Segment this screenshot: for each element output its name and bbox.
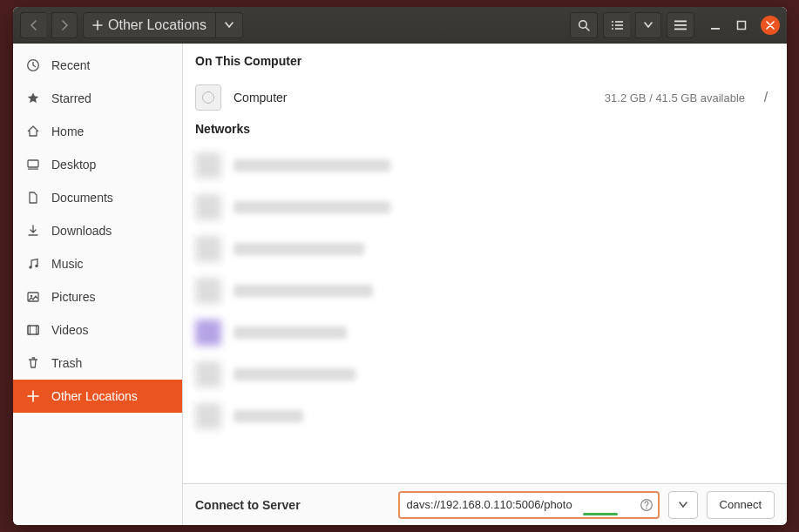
server-icon	[195, 152, 221, 178]
search-button[interactable]	[570, 12, 598, 38]
svg-point-18	[30, 295, 32, 297]
network-row[interactable]	[183, 228, 787, 270]
help-button[interactable]	[635, 498, 658, 512]
search-icon	[578, 19, 590, 31]
svg-rect-19	[28, 326, 38, 334]
connect-button-label: Connect	[720, 498, 762, 511]
sidebar-item-desktop[interactable]: Desktop	[13, 148, 182, 181]
svg-point-15	[29, 266, 31, 268]
server-icon	[195, 194, 221, 220]
star-icon	[25, 91, 41, 106]
path-label: Other Locations	[108, 17, 207, 33]
chevron-right-icon	[60, 20, 69, 30]
network-row-label-redacted	[234, 410, 303, 422]
forward-button[interactable]	[51, 12, 78, 38]
sidebar-item-recent[interactable]: Recent	[13, 49, 182, 82]
network-row-label-redacted	[234, 368, 355, 380]
svg-rect-20	[28, 326, 30, 334]
path-bar[interactable]: Other Locations	[83, 12, 243, 38]
svg-point-5	[612, 28, 613, 30]
server-icon	[195, 278, 221, 304]
document-icon	[25, 190, 41, 205]
back-button[interactable]	[20, 12, 46, 38]
sidebar-item-label: Other Locations	[51, 389, 138, 403]
maximize-icon	[736, 20, 747, 30]
svg-point-16	[35, 265, 37, 267]
file-manager-window: Other Locations	[13, 7, 787, 525]
sidebar-item-other-locations[interactable]: Other Locations	[13, 380, 182, 413]
close-icon	[766, 21, 775, 30]
sidebar-item-label: Videos	[51, 323, 89, 337]
connect-button[interactable]: Connect	[707, 491, 775, 519]
svg-point-1	[612, 21, 613, 23]
row-computer[interactable]: Computer 31.2 GB / 41.5 GB available /	[183, 77, 787, 118]
server-address-field	[398, 491, 660, 519]
svg-rect-4	[615, 24, 623, 26]
row-label: Computer	[234, 91, 592, 104]
sidebar-item-label: Desktop	[51, 158, 96, 172]
list-icon	[611, 20, 623, 30]
sidebar-item-starred[interactable]: Starred	[13, 82, 182, 115]
network-row[interactable]	[183, 145, 787, 186]
home-icon	[25, 124, 41, 139]
network-row[interactable]	[183, 186, 787, 228]
connect-to-server-bar: Connect to Server Connect	[183, 483, 787, 525]
server-icon	[195, 403, 221, 429]
chevron-left-icon	[30, 20, 38, 30]
clock-icon	[25, 57, 41, 73]
server-icon	[195, 320, 221, 346]
caret-down-icon	[679, 502, 687, 508]
sidebar-item-home[interactable]: Home	[13, 115, 182, 148]
plus-icon	[92, 20, 103, 30]
sidebar-item-videos[interactable]: Videos	[13, 313, 182, 347]
svg-rect-7	[674, 20, 687, 22]
section-title-networks: Networks	[183, 118, 787, 145]
minimize-button[interactable]	[708, 18, 722, 32]
network-row[interactable]	[183, 270, 787, 312]
hamburger-menu-button[interactable]	[667, 12, 694, 38]
sidebar-item-downloads[interactable]: Downloads	[13, 214, 182, 247]
sidebar-item-label: Pictures	[51, 290, 96, 304]
close-button[interactable]	[761, 16, 780, 35]
sidebar-item-trash[interactable]: Trash	[13, 347, 182, 380]
network-row[interactable]	[183, 354, 787, 395]
svg-rect-2	[615, 21, 623, 23]
video-icon	[25, 322, 41, 338]
network-row-label-redacted	[234, 243, 364, 255]
maximize-button[interactable]	[735, 18, 748, 32]
section-title-on-this-computer: On This Computer	[183, 51, 787, 77]
sidebar-item-label: Home	[51, 125, 84, 138]
svg-point-23	[646, 507, 647, 508]
server-history-button[interactable]	[668, 491, 698, 519]
download-icon	[25, 223, 41, 239]
plus-icon	[25, 388, 41, 404]
caret-down-icon	[644, 22, 653, 29]
view-list-button[interactable]	[603, 12, 630, 38]
network-row[interactable]	[183, 312, 787, 354]
picture-icon	[25, 289, 41, 305]
view-options-button[interactable]	[635, 12, 661, 38]
svg-rect-21	[37, 326, 39, 334]
minimize-icon	[710, 20, 721, 30]
sidebar-item-documents[interactable]: Documents	[13, 181, 182, 214]
sidebar-item-pictures[interactable]: Pictures	[13, 280, 182, 313]
svg-rect-10	[711, 28, 720, 30]
server-icon	[195, 361, 221, 387]
network-row[interactable]	[183, 395, 787, 437]
sidebar-item-label: Starred	[51, 91, 91, 105]
sidebar-item-label: Trash	[51, 356, 82, 370]
sidebar-item-music[interactable]: Music	[13, 247, 182, 280]
server-address-input[interactable]	[400, 493, 635, 517]
network-row-label-redacted	[234, 159, 390, 172]
sidebar-item-label: Music	[51, 257, 84, 271]
svg-rect-13	[28, 160, 38, 167]
svg-rect-8	[674, 24, 687, 26]
help-icon	[640, 498, 653, 512]
sidebar-item-label: Documents	[51, 191, 113, 205]
network-row-label-redacted	[234, 201, 390, 213]
network-row-label-redacted	[234, 327, 347, 339]
row-meta: 31.2 GB / 41.5 GB available	[605, 91, 745, 104]
svg-point-3	[612, 24, 613, 26]
headerbar: Other Locations	[13, 7, 787, 44]
caret-down-icon	[225, 22, 234, 29]
